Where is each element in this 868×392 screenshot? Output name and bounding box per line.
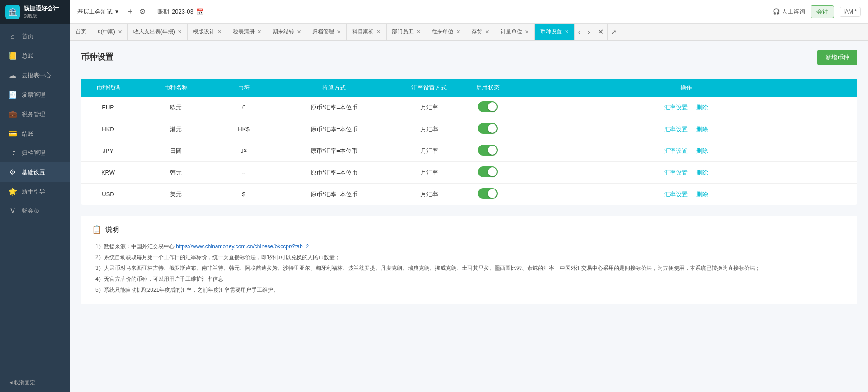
period-selector[interactable]: 账期 2023-03 📅 xyxy=(157,8,204,16)
tab-partner-close[interactable]: ✕ xyxy=(456,29,460,35)
rate-setting-link-3[interactable]: 汇率设置 xyxy=(664,169,688,176)
tab-balance-close[interactable]: ✕ xyxy=(118,29,122,35)
tab-next-btn[interactable]: › xyxy=(584,24,594,41)
tab-taxclear-close[interactable]: ✕ xyxy=(257,29,261,35)
checkout-icon: 💳 xyxy=(8,129,17,138)
sidebar-item-tax[interactable]: 💼 税务管理 xyxy=(0,104,70,124)
cell-name-0: 欧元 xyxy=(135,97,217,118)
tab-periodend-close[interactable]: ✕ xyxy=(297,29,301,35)
tab-archivemgr[interactable]: 归档管理 ✕ xyxy=(307,24,347,41)
sidebar-item-home[interactable]: ⌂ 首页 xyxy=(0,27,70,46)
toggle-0[interactable] xyxy=(478,101,498,112)
note-item-3: 4）无官方牌价的币种，可以用用户手工维护汇率信息； xyxy=(95,274,846,284)
tab-template[interactable]: 模版设计 ✕ xyxy=(188,24,227,41)
tab-home-label: 首页 xyxy=(75,28,86,36)
th-code: 币种代码 xyxy=(81,79,135,97)
currency-table: 币种代码 币种名称 币符 折算方式 汇率设置方式 启用状态 操作 EUR 欧元 … xyxy=(81,79,857,205)
sidebar-label-ledger: 总账 xyxy=(22,52,33,60)
th-rate: 汇率设置方式 xyxy=(397,79,461,97)
tab-partner[interactable]: 往来单位 ✕ xyxy=(426,24,466,41)
tab-taxclear[interactable]: 税表清册 ✕ xyxy=(227,24,267,41)
tab-inventory-close[interactable]: ✕ xyxy=(485,29,489,35)
reports-icon: ☁ xyxy=(8,71,17,80)
sidebar-item-invoice[interactable]: 🧾 发票管理 xyxy=(0,85,70,104)
project-selector[interactable]: 基层工会测试 ▾ xyxy=(77,8,118,16)
tab-close-all-btn[interactable]: ✕ xyxy=(594,24,608,41)
tab-archivemgr-label: 归档管理 xyxy=(312,28,334,36)
tax-icon: 💼 xyxy=(8,110,17,118)
tab-expand-btn[interactable]: ⤢ xyxy=(608,24,620,41)
toggle-2[interactable] xyxy=(478,145,498,156)
sidebar-label-tax: 税务管理 xyxy=(22,110,45,118)
tab-dept[interactable]: 部门员工 ✕ xyxy=(387,24,426,41)
tab-dept-close[interactable]: ✕ xyxy=(416,29,420,35)
cell-method-4: 原币*汇率=本位币 xyxy=(271,184,397,205)
rate-setting-link-2[interactable]: 汇率设置 xyxy=(664,147,688,154)
rate-setting-link-4[interactable]: 汇率设置 xyxy=(664,191,688,198)
sidebar-item-guide[interactable]: 🌟 新手引导 xyxy=(0,182,70,201)
sidebar-item-ledger[interactable]: 📒 总账 xyxy=(0,46,70,66)
tab-subject-close[interactable]: ✕ xyxy=(377,29,381,35)
tab-balance[interactable]: ¢(中期) ✕ xyxy=(92,24,128,41)
invoice-icon: 🧾 xyxy=(8,90,17,99)
cell-status-2[interactable] xyxy=(461,140,515,162)
rate-setting-link-0[interactable]: 汇率设置 xyxy=(664,104,688,111)
sidebar-item-checkout[interactable]: 💳 结账 xyxy=(0,124,70,143)
toggle-thumb-3 xyxy=(488,167,497,176)
toggle-4[interactable] xyxy=(478,188,498,199)
note-item-4: 5）系统只能自动抓取2021年度后的汇率，之前年度汇率需要用户手工维护。 xyxy=(95,284,846,295)
delete-link-1[interactable]: 删除 xyxy=(696,126,708,132)
cell-action-4: 汇率设置 删除 xyxy=(515,184,857,205)
settings-btn[interactable]: ⚙ xyxy=(138,6,146,17)
tab-prev-btn[interactable]: ‹ xyxy=(575,24,585,41)
tab-currency[interactable]: 币种设置 ✕ xyxy=(535,24,575,41)
sidebar-item-reports[interactable]: ☁ 云报表中心 xyxy=(0,66,70,85)
tab-subject[interactable]: 科目期初 ✕ xyxy=(347,24,387,41)
delete-link-3[interactable]: 删除 xyxy=(696,169,708,176)
pin-toggle-label: ◄取消固定 xyxy=(8,379,35,387)
new-currency-btn[interactable]: 新增币种 xyxy=(817,50,857,65)
tab-home[interactable]: 首页 xyxy=(70,24,92,41)
account-type-btn[interactable]: 会计 xyxy=(811,5,834,18)
cell-status-3[interactable] xyxy=(461,162,515,184)
tab-income[interactable]: 收入支出表(年报) ✕ xyxy=(128,24,188,41)
cell-name-4: 美元 xyxy=(135,184,217,205)
tab-unit-close[interactable]: ✕ xyxy=(525,29,529,35)
cell-action-0: 汇率设置 删除 xyxy=(515,97,857,118)
home-icon: ⌂ xyxy=(8,33,17,41)
toggle-1[interactable] xyxy=(478,123,498,134)
support-btn[interactable]: 🎧 人工咨询 xyxy=(773,8,805,16)
sidebar-pin-toggle[interactable]: ◄取消固定 xyxy=(0,373,70,392)
notes-link[interactable]: https://www.chinamoney.com.cn/chinese/bk… xyxy=(176,243,309,250)
tab-inventory[interactable]: 存货 ✕ xyxy=(466,24,495,41)
toggle-track-4 xyxy=(478,188,498,199)
note-item-1: 2）系统自动获取每月第一个工作日的汇率标价，统一为直接标价法，即1外币可以兑换的… xyxy=(95,252,846,263)
content-area: 币种设置 新增币种 币种代码 币种名称 币符 折算方式 汇率设置方式 启用状态 … xyxy=(70,41,868,392)
tab-income-close[interactable]: ✕ xyxy=(178,29,182,35)
sidebar-item-archive[interactable]: 🗂 归档管理 xyxy=(0,143,70,162)
add-project-btn[interactable]: ＋ xyxy=(126,6,135,17)
sidebar-item-settings[interactable]: ⚙ 基础设置 xyxy=(0,162,70,182)
tab-periodend[interactable]: 期末结转 ✕ xyxy=(267,24,307,41)
project-dropdown-icon[interactable]: ▾ xyxy=(115,8,118,15)
th-status: 启用状态 xyxy=(461,79,515,97)
cell-status-1[interactable] xyxy=(461,118,515,140)
tab-archivemgr-close[interactable]: ✕ xyxy=(337,29,341,35)
cell-name-3: 韩元 xyxy=(135,162,217,184)
delete-link-2[interactable]: 删除 xyxy=(696,147,708,154)
user-badge[interactable]: iAM * xyxy=(840,7,861,17)
toggle-3[interactable] xyxy=(478,166,498,177)
tab-unit[interactable]: 计量单位 ✕ xyxy=(495,24,535,41)
tabbar: 首页 ¢(中期) ✕ 收入支出表(年报) ✕ 模版设计 ✕ 税表清册 ✕ 期末结… xyxy=(70,24,868,41)
tab-subject-label: 科目期初 xyxy=(352,28,374,36)
sidebar-item-member[interactable]: V 畅会员 xyxy=(0,201,70,220)
cell-status-4[interactable] xyxy=(461,184,515,205)
note-item-0: 1）数据来源：中国外汇交易中心 https://www.chinamoney.c… xyxy=(95,241,846,252)
rate-setting-link-1[interactable]: 汇率设置 xyxy=(664,126,688,132)
tab-template-close[interactable]: ✕ xyxy=(217,29,222,35)
tab-currency-close[interactable]: ✕ xyxy=(565,29,569,35)
delete-link-0[interactable]: 删除 xyxy=(696,104,708,111)
cell-status-0[interactable] xyxy=(461,97,515,118)
delete-link-4[interactable]: 删除 xyxy=(696,191,708,198)
calendar-icon[interactable]: 📅 xyxy=(196,8,204,15)
